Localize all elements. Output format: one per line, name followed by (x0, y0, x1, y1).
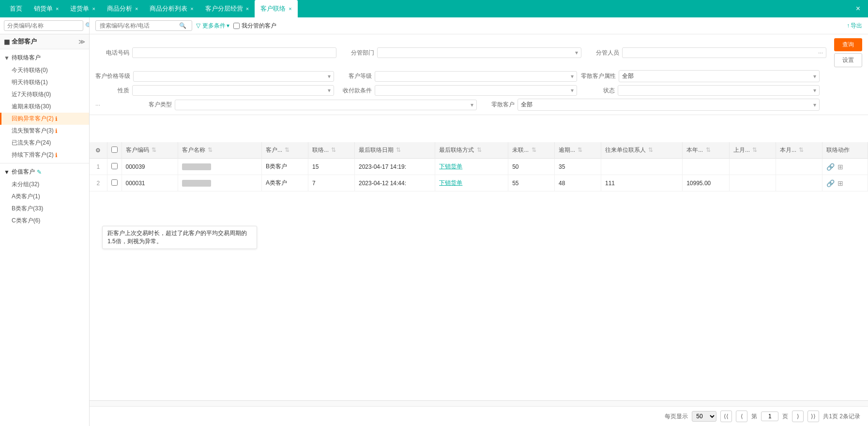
sidebar-item-rebuy-anomaly[interactable]: 回购异常客户(2) ℹ (0, 113, 89, 125)
payment-select[interactable]: ▾ (375, 85, 577, 96)
window-close-button[interactable]: × (852, 4, 864, 13)
retail-attr-select[interactable]: 全部 ▾ (619, 70, 820, 82)
export-button[interactable]: ↑ 导出 (847, 22, 862, 30)
arrow-down-icon: ▼ (4, 55, 10, 61)
sort-icon-contact[interactable]: ⇅ (331, 147, 336, 153)
nav-purchase[interactable]: 进货单 × (64, 0, 101, 17)
customer-level-select[interactable]: ▾ (375, 71, 577, 82)
col-settings-header: ⚙ (90, 142, 107, 159)
phone-input[interactable] (132, 47, 336, 58)
filter-search-input[interactable] (100, 22, 177, 29)
nav-close-purchase[interactable]: × (92, 6, 95, 12)
my-customers-checkbox[interactable] (233, 23, 240, 29)
nav-sales[interactable]: 销货单 × (28, 0, 64, 17)
cell-contact-count-2: 7 (308, 175, 355, 191)
top-nav: 首页 销货单 × 进货单 × 商品分析 × 商品分析列表 × 客户分层经营 × … (0, 0, 868, 17)
nav-customer-contact[interactable]: 客户联络 × (255, 0, 297, 17)
sort-icon-code[interactable]: ⇅ (152, 147, 156, 153)
sort-icon-type[interactable]: ⇅ (285, 147, 289, 153)
sidebar-search-input[interactable] (4, 20, 83, 31)
info-icon[interactable]: ℹ (55, 116, 58, 122)
link-icon-1[interactable]: 🔗 (826, 163, 835, 171)
caret-down-icon5: ▾ (328, 87, 331, 94)
nav-close-sales[interactable]: × (56, 6, 59, 12)
grid-action-icon-2[interactable]: ⊞ (838, 179, 843, 187)
info-icon3[interactable]: ℹ (55, 152, 58, 159)
sidebar-item-a-class[interactable]: A类客户(1) (0, 191, 89, 203)
pagination-bar: 每页显示 50 100 200 ⟨⟨ ⟨ 第 页 ⟩ ⟩⟩ 共1页 2条记录 (90, 406, 868, 426)
sidebar-item-churned[interactable]: 已流失客户(24) (0, 137, 89, 149)
sort-icon-overdue[interactable]: ⇅ (578, 147, 582, 153)
sort-icon-this-year[interactable]: ⇅ (706, 147, 711, 153)
page-number-input[interactable] (761, 411, 778, 421)
nav-customer-tier[interactable]: 客户分层经营 × (199, 0, 255, 17)
sidebar-section-value-title[interactable]: ▼ 价值客户 ✎ (0, 165, 89, 178)
retail-customer-select[interactable]: 全部 ▾ (518, 99, 820, 111)
col-checkbox-header (107, 142, 122, 159)
ellipsis-button[interactable]: ··· (95, 102, 100, 108)
price-level-select[interactable]: ▾ (133, 71, 334, 82)
cell-code-2: 000031 (122, 175, 178, 191)
filter-search-icon[interactable]: 🔍 (179, 22, 186, 29)
sidebar-item-ungrouped[interactable]: 未分组(32) (0, 178, 89, 191)
customer-type-select[interactable]: ▾ (175, 100, 477, 110)
sidebar-collapse-btn[interactable]: ≫ (78, 38, 85, 45)
nav-close-analysis[interactable]: × (135, 6, 138, 12)
row-checkbox-2[interactable] (111, 179, 118, 186)
person-select[interactable]: ··· (622, 47, 826, 58)
sidebar-item-c-class[interactable]: C类客户(6) (0, 215, 89, 227)
sort-icon-this-month[interactable]: ⇅ (799, 147, 804, 153)
row-checkbox-1[interactable] (111, 163, 118, 169)
link-icon-2[interactable]: 🔗 (826, 179, 835, 187)
cell-this-month-1 (776, 159, 822, 175)
sidebar-item-churn-warning[interactable]: 流失预警客户(3) ℹ (0, 125, 89, 137)
filter-customer-level: 客户等级 ▾ (338, 71, 577, 82)
first-page-button[interactable]: ⟨⟨ (720, 411, 732, 422)
caret-down-icon2: ▾ (328, 73, 331, 80)
sort-icon-last-method[interactable]: ⇅ (477, 147, 482, 153)
sort-icon-contact-person[interactable]: ⇅ (648, 147, 653, 153)
nav-analysis-list[interactable]: 商品分析列表 × (144, 0, 199, 17)
horizontal-scrollbar[interactable] (90, 400, 868, 406)
sort-icon-name[interactable]: ⇅ (208, 147, 213, 153)
nav-close-analysis-list[interactable]: × (190, 6, 193, 12)
sort-icon-last-date[interactable]: ⇅ (396, 147, 401, 153)
grid-action-icon-1[interactable]: ⊞ (838, 163, 843, 171)
settings-icon[interactable]: ⚙ (95, 147, 101, 154)
per-page-select[interactable]: 50 100 200 (692, 411, 716, 422)
nav-close-customer-contact[interactable]: × (289, 6, 291, 12)
next-page-button[interactable]: ⟩ (792, 411, 804, 422)
sidebar-all-customers[interactable]: ▦ 全部客户 ≫ (0, 34, 89, 49)
sidebar-item-tomorrow[interactable]: 明天待联络(1) (0, 76, 89, 88)
sidebar-search-icon[interactable]: 🔍 (85, 22, 90, 29)
cell-last-date-1: 2023-04-17 14:19: (354, 159, 435, 175)
sidebar-item-week[interactable]: 近7天待联络(0) (0, 88, 89, 101)
query-button[interactable]: 查询 (834, 38, 862, 51)
info-icon2[interactable]: ℹ (55, 128, 58, 134)
dept-select[interactable]: ▾ (377, 47, 581, 58)
sort-icon-last-month[interactable]: ⇅ (752, 147, 757, 153)
sort-icon-no-contact[interactable]: ⇅ (532, 147, 536, 153)
edit-icon[interactable]: ✎ (37, 169, 42, 176)
sidebar-section-pending-title[interactable]: ▼ 待联络客户 (0, 51, 89, 64)
filter-more-conditions[interactable]: ▽ 更多条件 ▾ (196, 22, 229, 30)
settings-button[interactable]: 设置 (834, 53, 862, 67)
arrow-down-icon2: ▼ (4, 169, 10, 176)
cell-action-2: 🔗 ⊞ (822, 175, 868, 191)
nav-close-customer-tier[interactable]: × (246, 6, 249, 12)
last-page-button[interactable]: ⟩⟩ (807, 411, 819, 422)
cell-checkbox-1 (107, 159, 122, 175)
caret-down-icon8: ▾ (471, 102, 473, 108)
filter-my-customers[interactable]: 我分管的客户 (233, 22, 276, 30)
sidebar-item-overdue[interactable]: 逾期未联络(30) (0, 101, 89, 113)
sidebar-item-today[interactable]: 今天待联络(0) (0, 64, 89, 76)
select-all-checkbox[interactable] (111, 147, 118, 153)
status-select[interactable]: ▾ (618, 85, 820, 96)
sidebar-item-declining[interactable]: 持续下滑客户(2) ℹ (0, 149, 89, 161)
nature-select[interactable]: ▾ (132, 85, 334, 96)
nav-home[interactable]: 首页 (4, 0, 28, 17)
sidebar-item-b-class[interactable]: B类客户(33) (0, 203, 89, 215)
nav-analysis[interactable]: 商品分析 × (101, 0, 144, 17)
prev-page-button[interactable]: ⟨ (736, 411, 747, 422)
table-header-row: ⚙ 客户编码 ⇅ 客户名称 ⇅ (90, 142, 868, 159)
